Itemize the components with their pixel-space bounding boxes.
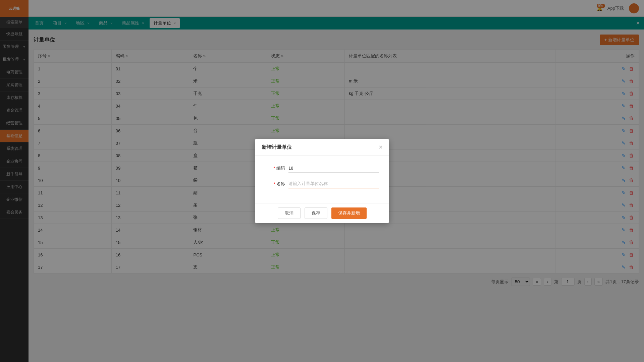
code-label: 编码 (265, 165, 285, 171)
modal-overlay[interactable]: 新增计量单位 × 编码 名称 取消 保存 保存并新增 (0, 0, 644, 362)
code-input[interactable] (288, 164, 379, 173)
modal-header: 新增计量单位 × (255, 139, 389, 156)
save-and-new-button[interactable]: 保存并新增 (331, 207, 367, 219)
modal-title: 新增计量单位 (262, 144, 292, 150)
add-unit-modal: 新增计量单位 × 编码 名称 取消 保存 保存并新增 (255, 139, 389, 223)
modal-body: 编码 名称 (255, 156, 389, 203)
code-form-item: 编码 (265, 164, 379, 173)
save-button[interactable]: 保存 (305, 207, 327, 219)
modal-close-button[interactable]: × (379, 144, 382, 151)
cancel-button[interactable]: 取消 (278, 207, 301, 219)
name-input[interactable] (288, 179, 379, 188)
name-form-item: 名称 (265, 179, 379, 188)
modal-footer: 取消 保存 保存并新增 (255, 203, 389, 223)
name-label: 名称 (265, 181, 285, 187)
